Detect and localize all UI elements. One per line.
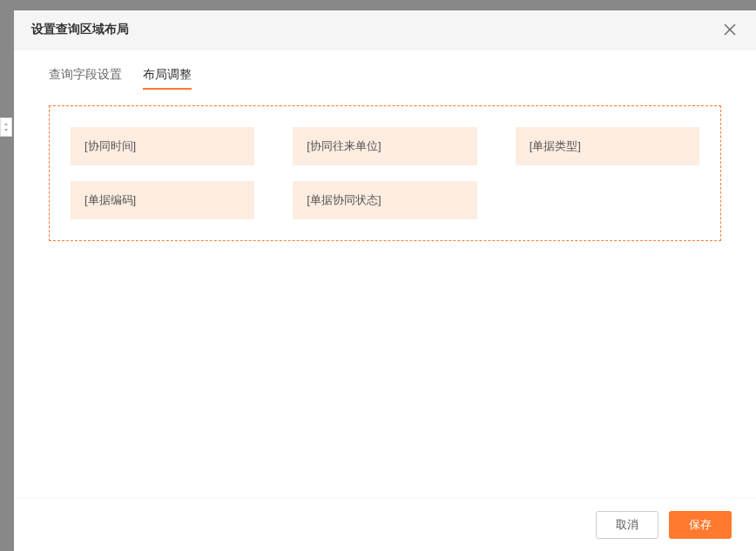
modal-body: 查询字段设置 布局调整 [协同时间] [协同往来单位] [单据类型] [单据编码…	[14, 50, 756, 498]
field-doc-type[interactable]: [单据类型]	[516, 127, 699, 165]
field-collab-time[interactable]: [协同时间]	[71, 127, 254, 165]
field-doc-collab-status[interactable]: [单据协同状态]	[293, 181, 476, 219]
field-doc-code[interactable]: [单据编码]	[71, 181, 254, 219]
tabs: 查询字段设置 布局调整	[49, 67, 721, 90]
layout-drop-area[interactable]: [协同时间] [协同往来单位] [单据类型] [单据编码] [单据协同状态]	[49, 105, 721, 241]
field-grid: [协同时间] [协同往来单位] [单据类型] [单据编码] [单据协同状态]	[71, 127, 699, 219]
tab-query-field-settings[interactable]: 查询字段设置	[49, 67, 122, 90]
close-icon	[724, 24, 736, 36]
modal-header: 设置查询区域布局	[14, 10, 756, 50]
tab-layout-adjust[interactable]: 布局调整	[143, 67, 192, 90]
background-stepper-fragment	[0, 118, 12, 137]
modal-title: 设置查询区域布局	[31, 22, 129, 37]
close-button[interactable]	[721, 21, 739, 38]
modal-footer: 取消 保存	[14, 498, 756, 551]
field-collab-unit[interactable]: [协同往来单位]	[293, 127, 476, 165]
modal-dialog: 设置查询区域布局 查询字段设置 布局调整 [协同时间] [协同往来单位] [单据…	[14, 10, 756, 551]
cancel-button[interactable]: 取消	[596, 511, 658, 539]
save-button[interactable]: 保存	[669, 511, 732, 539]
